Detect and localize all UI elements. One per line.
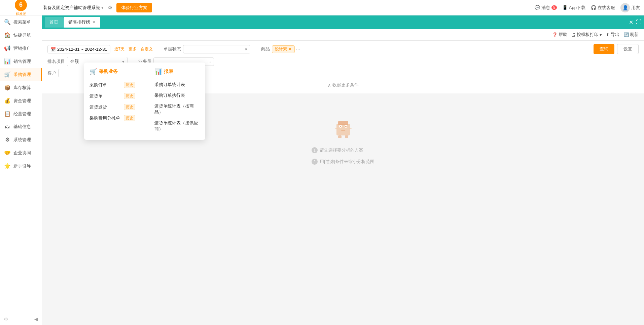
history-badge-2: 历史 [124, 104, 135, 110]
report-col: 📊 报表 采购订单统计表 采购订单执行表 进货单统计表（按商品） [154, 68, 200, 134]
goods-tag: 设计素 ✕ [272, 45, 295, 53]
headset-icon: 🎧 [591, 5, 596, 10]
handshake-icon: 🤝 [4, 150, 11, 156]
sidebar-item-inventory[interactable]: 📦 库存核算 [0, 81, 42, 94]
empty-text: 1 请先选择要分析的方案 2 用[过滤]条件来缩小分析范围 [312, 146, 374, 166]
date-7days[interactable]: 近7天 [114, 46, 125, 52]
date-range-input[interactable]: 📅 2024-12-31 ~ 2024-12-31 [47, 45, 110, 53]
sidebar-item-finance[interactable]: 💰 资金管理 [0, 94, 42, 107]
messages-button[interactable]: 💬 消息 5 [535, 5, 557, 11]
main-content: ❓ 帮助 🖨 按模板打印 ▾ ⬆ 导出 🔄 [42, 29, 644, 325]
svg-rect-8 [349, 128, 352, 129]
money-icon: 💰 [4, 97, 11, 104]
content-area: 首页 销售排行榜 ✕ ✕ ⛶ ❓ 帮助 [42, 15, 644, 325]
goods-tag-remove[interactable]: ✕ [288, 47, 292, 51]
sidebar-collapse-icon[interactable]: ◀ [34, 317, 38, 322]
collapse-button[interactable]: ∧ 收起更多条件 [328, 82, 359, 88]
collapse-chevron-up: ∧ [328, 83, 331, 88]
logo-icon: 6 [15, 0, 27, 11]
refresh-icon: 🔄 [623, 32, 629, 37]
doc-status-select[interactable]: ▾ [183, 45, 250, 53]
industry-button[interactable]: 体验行业方案 [116, 3, 152, 12]
user-avatar: 👤 [620, 3, 630, 12]
sidebar-item-quick-nav[interactable]: 🏠 快捷导航 [0, 29, 42, 42]
tab-home[interactable]: 首页 [45, 17, 63, 28]
dropdown-item-return[interactable]: 进货退货 历史 [90, 101, 135, 113]
sidebar-item-search[interactable]: 🔍 搜索菜单 [0, 15, 42, 29]
toolbar-row: ❓ 帮助 🖨 按模板打印 ▾ ⬆ 导出 🔄 [42, 29, 644, 41]
system-title: 装备及固定资产辅助管理系统 ▾ [43, 5, 105, 11]
customer-label: 客户 [47, 70, 56, 76]
user-area[interactable]: 👤 用友 [620, 3, 640, 12]
sidebar-item-sales[interactable]: 📊 销售管理 [0, 55, 42, 68]
filter-row-1: 📅 2024-12-31 ~ 2024-12-31 近7天 更多 自定义 单据状… [47, 44, 639, 54]
setting-button[interactable]: 设置 [617, 44, 639, 54]
sidebar-item-marketing[interactable]: 📢 营销推广 [0, 42, 42, 55]
export-button[interactable]: ⬆ 导出 [606, 32, 619, 38]
print-template-button[interactable]: 🖨 按模板打印 ▾ [571, 32, 602, 38]
refresh-button[interactable]: 🔄 刷新 [623, 32, 639, 38]
app-download-button[interactable]: 📱 App下载 [562, 5, 585, 11]
tab-fullscreen-icon[interactable]: ⛶ [636, 19, 641, 25]
sidebar: 🔍 搜索菜单 🏠 快捷导航 📢 营销推广 📊 销售管理 🛒 采购管 [0, 15, 42, 325]
sidebar-item-operations[interactable]: 📋 经营管理 [0, 107, 42, 120]
message-icon: 💬 [535, 5, 540, 10]
svg-rect-7 [335, 128, 337, 129]
goods-filter: 设计素 ✕ ··· [272, 45, 300, 53]
gear-icon: ⚙ [4, 136, 11, 143]
dropdown-item-report-2[interactable]: 进货单统计表（按商品） [154, 101, 200, 118]
help-button[interactable]: ❓ 帮助 [552, 32, 567, 38]
purchase-col-title: 🛒 采购业务 [90, 68, 135, 75]
svg-point-4 [340, 126, 341, 127]
home-icon: 🏠 [4, 32, 11, 38]
svg-rect-1 [338, 121, 348, 125]
purchase-col-icon: 🛒 [90, 68, 97, 75]
dropdown-item-inbound[interactable]: 进货单 历史 [90, 90, 135, 101]
print-icon: 🖨 [571, 32, 576, 37]
settings-icon[interactable]: ⚙ [108, 4, 112, 11]
salesman-dots: ··· [207, 59, 211, 64]
clipboard-icon: 📋 [4, 111, 11, 117]
main-area: 🔍 搜索菜单 🏠 快捷导航 📢 营销推广 📊 销售管理 🛒 采购管 [0, 15, 644, 325]
dropdown-divider [145, 68, 145, 134]
rank-item-label: 排名项目 [47, 58, 65, 65]
help-icon: ❓ [552, 32, 558, 37]
megaphone-icon: 📢 [4, 45, 11, 51]
query-button[interactable]: 查询 [594, 44, 614, 54]
dropdown-item-purchase-order[interactable]: 采购订单 历史 [90, 79, 135, 90]
sidebar-item-system[interactable]: ⚙ 系统管理 [0, 133, 42, 146]
message-badge: 5 [551, 5, 557, 10]
doc-status-label: 单据状态 [164, 46, 181, 52]
svg-rect-0 [336, 124, 350, 135]
sidebar-item-purchase[interactable]: 🛒 采购管理 [0, 68, 42, 81]
cart-icon: 🛒 [4, 71, 11, 78]
tab-sales-rank[interactable]: 销售排行榜 ✕ [64, 17, 100, 28]
date-custom[interactable]: 自定义 [141, 46, 153, 52]
dropdown-item-report-0[interactable]: 采购订单统计表 [154, 79, 200, 90]
chart-icon: 📊 [4, 58, 11, 65]
tab-close-icon[interactable]: ✕ [92, 20, 96, 25]
tab-expand-area: ✕ ⛶ [629, 19, 641, 26]
sidebar-settings-icon[interactable]: ⚙ [4, 317, 8, 322]
online-service-button[interactable]: 🎧 在线客服 [591, 5, 615, 11]
svg-rect-10 [345, 135, 348, 138]
dropdown-item-report-1[interactable]: 采购订单执行表 [154, 90, 200, 101]
star-icon: 🌟 [4, 163, 11, 169]
purchase-dropdown-menu: 🛒 采购业务 采购订单 历史 进货单 历史 [84, 63, 205, 140]
date-more[interactable]: 更多 [129, 46, 137, 52]
dropdown-item-report-3[interactable]: 进货单统计表（按供应商） [154, 118, 200, 134]
dropdown-item-expense[interactable]: 采购费用分摊单 历史 [90, 113, 135, 124]
doc-status-chevron: ▾ [245, 47, 247, 52]
sidebar-item-guide[interactable]: 🌟 新手引导 [0, 159, 42, 172]
goods-more-dots[interactable]: ··· [296, 47, 300, 52]
print-chevron-icon: ▾ [600, 32, 602, 37]
sidebar-item-basic-info[interactable]: 🗂 基础信息 [0, 120, 42, 133]
history-badge-1: 历史 [124, 93, 135, 99]
sidebar-item-cooperation[interactable]: 🤝 企业协同 [0, 146, 42, 159]
title-chevron[interactable]: ▾ [101, 5, 104, 10]
report-col-title: 📊 报表 [154, 68, 200, 75]
search-icon: 🔍 [4, 19, 11, 25]
tab-close-all-icon[interactable]: ✕ [629, 19, 633, 26]
phone-icon: 📱 [562, 5, 568, 10]
logo-area[interactable]: 6 标准版 [4, 0, 38, 16]
